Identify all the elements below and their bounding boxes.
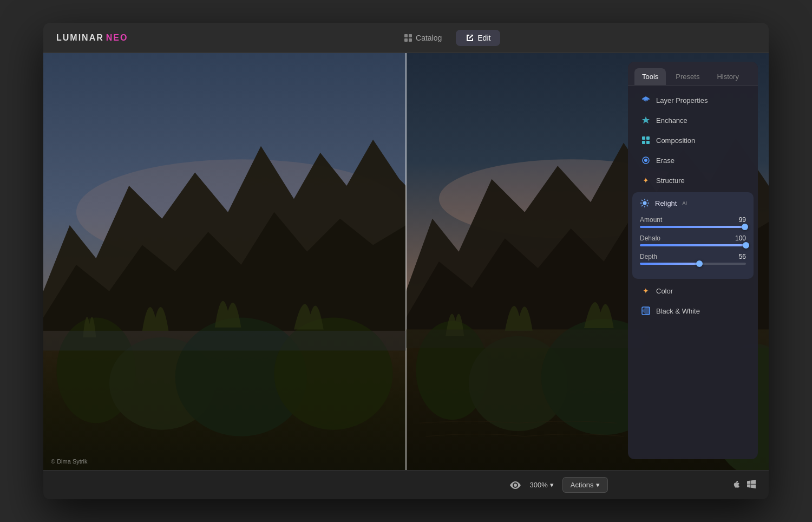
depth-slider-row: Depth 56 [640,253,746,265]
svg-rect-25 [642,136,645,140]
relight-label: Relight [655,199,677,207]
tab-history[interactable]: History [709,68,746,85]
zoom-value: 300% [530,481,548,489]
app-logo: LUMINAR NEO [56,33,128,43]
logo-neo-text: NEO [106,33,128,43]
composition-icon [641,135,651,145]
svg-line-39 [641,205,643,206]
bottom-bar: 300% ▾ Actions ▾ [43,470,769,499]
panel-tabs: Tools Presets History [628,62,758,86]
panel-item-structure[interactable]: ✦ Structure [632,171,754,190]
svg-marker-24 [642,116,650,123]
title-bar-center: Catalog Edit [139,30,756,46]
edit-button[interactable]: Edit [456,30,500,46]
svg-line-36 [641,200,643,201]
color-label: Color [656,287,673,295]
tool-panel: Tools Presets History [628,62,758,459]
black-white-icon [641,306,651,316]
svg-rect-1 [409,34,412,37]
depth-track[interactable] [640,263,746,265]
layer-properties-label: Layer Properties [656,96,708,105]
composition-label: Composition [656,136,695,145]
visibility-button[interactable] [509,481,521,490]
actions-button[interactable]: Actions ▾ [562,477,608,493]
panel-item-erase[interactable]: Erase [632,151,754,170]
edit-label: Edit [477,34,490,42]
svg-rect-2 [404,38,408,42]
watermark: © Dima Sytrik [51,458,87,465]
svg-rect-27 [642,141,645,144]
relight-section: Relight AI Amount 99 [632,192,754,279]
catalog-icon [404,34,412,42]
catalog-label: Catalog [416,34,442,42]
svg-rect-22 [43,331,406,351]
panel-item-black-white[interactable]: Black & White [632,301,754,321]
panel-item-color[interactable]: ✦ Color [632,281,754,301]
panel-item-composition[interactable]: Composition [632,130,754,150]
svg-line-38 [647,200,648,201]
relight-superscript: AI [682,200,687,206]
main-content: © Dima Sytrik Tools Presets History [43,53,769,470]
catalog-button[interactable]: Catalog [394,30,451,46]
title-bar: LUMINAR NEO Catalog Edit [43,23,769,53]
panel-item-enchance[interactable]: Enchance [632,110,754,130]
apple-icon [732,480,741,491]
svg-rect-26 [646,136,650,140]
logo-luminar-text: LUMINAR [56,33,104,43]
enchance-icon [641,115,651,125]
panel-item-layer-properties[interactable]: Layer Properties [632,90,754,110]
svg-rect-28 [646,141,650,144]
zoom-control[interactable]: 300% ▾ [530,481,554,489]
relight-icon [640,198,650,208]
relight-header[interactable]: Relight AI [632,192,754,214]
erase-label: Erase [656,156,675,165]
svg-rect-3 [409,38,412,42]
app-window: LUMINAR NEO Catalog Edit [43,23,769,499]
svg-point-31 [643,201,647,205]
dehalo-slider-row: Dehalo 100 [640,234,746,246]
layer-properties-icon [641,95,651,105]
actions-chevron-icon: ▾ [596,481,600,489]
svg-point-30 [644,159,647,162]
amount-slider-row: Amount 99 [640,216,746,228]
tab-presets[interactable]: Presets [668,68,707,85]
windows-icon [747,480,756,491]
tab-tools[interactable]: Tools [634,68,666,85]
svg-line-37 [647,205,648,206]
edit-icon [466,34,474,42]
black-white-label: Black & White [656,307,700,315]
dehalo-track[interactable] [640,244,746,246]
eye-icon [509,481,521,490]
erase-icon [641,155,651,165]
bottom-center: 300% ▾ Actions ▾ [394,477,723,493]
panel-items-list: Layer Properties Enchance [628,86,758,325]
enchance-label: Enchance [656,116,687,125]
svg-rect-0 [404,34,408,37]
bottom-right [732,480,756,491]
actions-label: Actions [571,481,594,489]
zoom-chevron-icon: ▾ [550,481,554,489]
color-icon: ✦ [641,286,651,296]
amount-track[interactable] [640,226,746,228]
relight-sliders: Amount 99 Dehalo [632,214,754,279]
structure-icon: ✦ [641,175,651,185]
structure-label: Structure [656,177,685,185]
